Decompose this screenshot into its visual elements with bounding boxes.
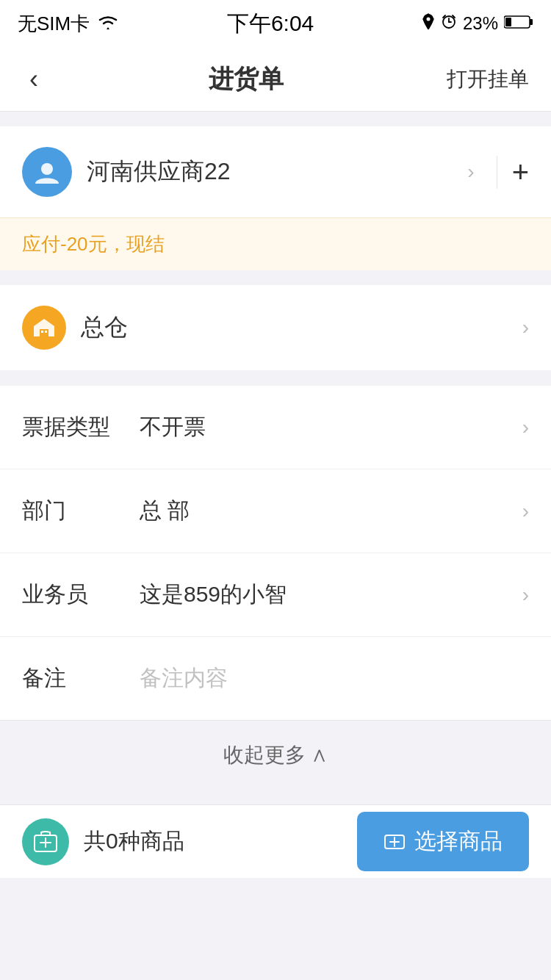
svg-rect-8 <box>505 18 511 26</box>
svg-rect-10 <box>40 329 48 336</box>
alarm-icon <box>441 13 457 34</box>
back-button[interactable]: ‹ <box>22 57 46 102</box>
supplier-name: 河南供应商22 <box>87 156 467 188</box>
sales-rep-value: 这是859的小智 <box>140 580 522 610</box>
collapse-row[interactable]: 收起更多 ∧ <box>0 720 551 790</box>
form-section: 票据类型 不开票 › 部门 总 部 › 业务员 这是859的小智 › 备注 备注… <box>0 385 551 720</box>
warehouse-row[interactable]: 总仓 › <box>0 285 551 370</box>
invoice-type-label: 票据类型 <box>22 412 140 442</box>
supplier-avatar <box>22 147 72 197</box>
invoice-type-value: 不开票 <box>140 412 522 442</box>
svg-point-0 <box>426 18 430 21</box>
remark-row[interactable]: 备注 备注内容 <box>0 636 551 720</box>
gap-2 <box>0 270 551 285</box>
nav-bar: ‹ 进货单 打开挂单 <box>0 47 551 112</box>
bottom-fill <box>0 878 551 980</box>
warehouse-chevron-icon: › <box>522 316 529 339</box>
warehouse-icon <box>22 306 66 350</box>
wifi-icon <box>97 12 119 35</box>
supplier-chevron-icon: › <box>467 160 474 184</box>
remark-label: 备注 <box>22 663 140 693</box>
select-product-label: 选择商品 <box>414 826 503 857</box>
battery-label: 23% <box>463 13 498 34</box>
add-supplier-button[interactable]: + <box>497 156 529 189</box>
supplier-section: 河南供应商22 › + 应付-20元，现结 <box>0 126 551 270</box>
open-pending-button[interactable]: 打开挂单 <box>447 65 529 93</box>
gap-3 <box>0 370 551 385</box>
product-icon <box>22 818 69 865</box>
department-row[interactable]: 部门 总 部 › <box>0 469 551 552</box>
department-chevron-icon: › <box>522 500 529 523</box>
supplier-row[interactable]: 河南供应商22 › + <box>0 126 551 217</box>
warehouse-section[interactable]: 总仓 › <box>0 285 551 370</box>
svg-rect-11 <box>41 331 43 333</box>
location-icon <box>422 13 435 34</box>
notice-bar: 应付-20元，现结 <box>0 217 551 270</box>
sales-rep-row[interactable]: 业务员 这是859的小智 › <box>0 552 551 636</box>
department-label: 部门 <box>22 496 140 526</box>
product-bar: 共0种商品 选择商品 <box>0 804 551 878</box>
product-count: 共0种商品 <box>84 826 342 857</box>
page-title: 进货单 <box>209 62 284 96</box>
sales-rep-chevron-icon: › <box>522 583 529 607</box>
select-product-button[interactable]: 选择商品 <box>357 812 529 871</box>
sales-rep-label: 业务员 <box>22 580 140 610</box>
status-left: 无SIM卡 <box>18 11 119 37</box>
collapse-label: 收起更多 ∧ <box>223 743 328 766</box>
gap-1 <box>0 112 551 126</box>
invoice-type-chevron-icon: › <box>522 416 529 439</box>
invoice-type-row[interactable]: 票据类型 不开票 › <box>0 385 551 469</box>
status-right: 23% <box>422 13 533 34</box>
svg-rect-7 <box>530 19 533 25</box>
battery-icon <box>504 13 533 34</box>
status-bar: 无SIM卡 下午6:04 23% <box>0 0 551 47</box>
notice-text: 应付-20元，现结 <box>22 233 165 255</box>
svg-point-9 <box>41 163 53 175</box>
department-value: 总 部 <box>140 496 522 526</box>
status-time: 下午6:04 <box>227 9 314 39</box>
remark-value[interactable]: 备注内容 <box>140 663 529 693</box>
svg-rect-12 <box>45 331 47 333</box>
warehouse-name: 总仓 <box>81 311 522 344</box>
carrier-label: 无SIM卡 <box>18 11 90 37</box>
